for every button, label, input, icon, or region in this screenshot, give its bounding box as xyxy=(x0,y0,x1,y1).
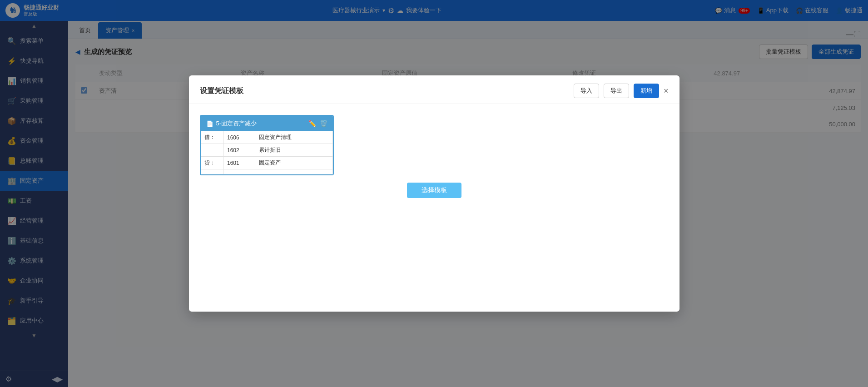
dialog-body: 📄 5-固定资产减少 ✏️ 🗑️ xyxy=(189,104,680,312)
template-edit-icon[interactable]: ✏️ xyxy=(308,120,316,127)
dialog-header: 设置凭证模板 导入 导出 新增 × xyxy=(189,75,680,104)
entry-direction-2 xyxy=(201,144,223,157)
dialog-close-btn[interactable]: × xyxy=(664,86,669,96)
template-table: 借： 1606 固定资产清理 1602 累计折旧 xyxy=(201,131,333,174)
template-row-1: 借： 1606 固定资产清理 xyxy=(201,131,333,144)
entry-subject-4 xyxy=(255,169,320,174)
template-card-header: 📄 5-固定资产减少 ✏️ 🗑️ xyxy=(201,116,333,131)
entry-direction-3: 贷： xyxy=(201,157,223,169)
template-doc-icon: 📄 xyxy=(206,120,213,127)
template-delete-icon[interactable]: 🗑️ xyxy=(320,120,327,127)
select-template-btn[interactable]: 选择模板 xyxy=(407,183,461,198)
template-name: 5-固定资产减少 xyxy=(216,119,257,128)
template-row-4 xyxy=(201,169,333,174)
import-btn[interactable]: 导入 xyxy=(574,84,599,98)
entry-code-3: 1601 xyxy=(223,157,255,169)
entry-direction-1: 借： xyxy=(201,131,223,144)
entry-extra-1 xyxy=(320,131,332,144)
template-card-body: 借： 1606 固定资产清理 1602 累计折旧 xyxy=(201,131,333,174)
dialog-header-actions: 导入 导出 新增 × xyxy=(574,84,669,98)
template-header-left: 📄 5-固定资产减少 xyxy=(206,119,257,128)
entry-code-1: 1606 xyxy=(223,131,255,144)
template-row-2: 1602 累计折旧 xyxy=(201,144,333,157)
entry-extra-3 xyxy=(320,157,332,169)
template-card-actions: ✏️ 🗑️ xyxy=(308,120,327,127)
entry-code-2: 1602 xyxy=(223,144,255,157)
new-btn[interactable]: 新增 xyxy=(634,84,659,98)
entry-code-4 xyxy=(223,169,255,174)
template-row-3: 贷： 1601 固定资产 xyxy=(201,157,333,169)
modal-backdrop: 设置凭证模板 导入 导出 新增 × xyxy=(68,39,868,387)
page-content: ◀ 生成的凭证预览 批量凭证模板 全部生成凭证 变动类型 资产名称 xyxy=(68,39,868,387)
content-area: 首页 资产管理 × — ⛶ ◀ 生成的凭证预览 批量凭证模板 全部生成凭证 xyxy=(68,21,868,387)
entry-subject-3: 固定资产 xyxy=(255,157,320,169)
export-btn[interactable]: 导出 xyxy=(604,84,629,98)
dialog: 设置凭证模板 导入 导出 新增 × xyxy=(189,75,680,312)
entry-subject-2: 累计折旧 xyxy=(255,144,320,157)
dialog-title: 设置凭证模板 xyxy=(200,86,243,96)
entry-subject-1: 固定资产清理 xyxy=(255,131,320,144)
entry-extra-4 xyxy=(320,169,332,174)
entry-direction-4 xyxy=(201,169,223,174)
template-card: 📄 5-固定资产减少 ✏️ 🗑️ xyxy=(200,115,334,175)
entry-extra-2 xyxy=(320,144,332,157)
